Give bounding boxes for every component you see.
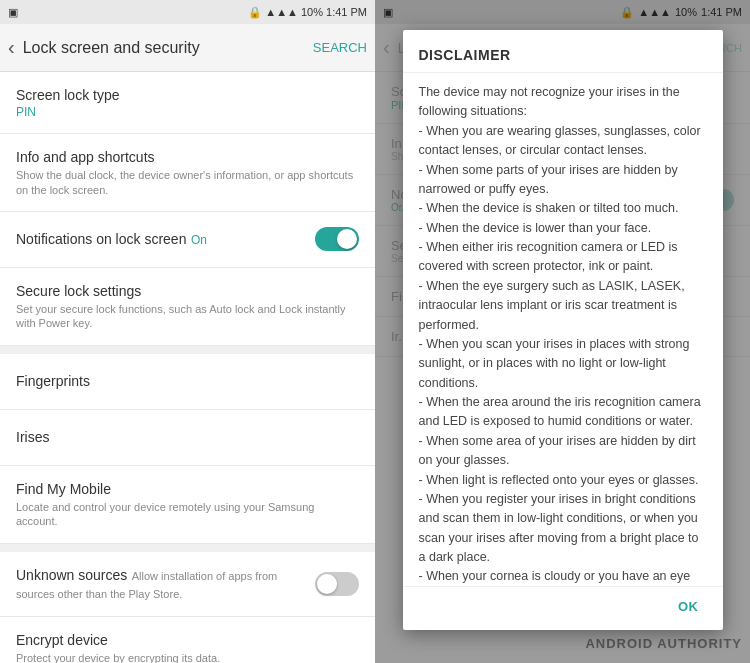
disclaimer-dialog: DISCLAIMER The device may not recognize … — [403, 30, 723, 630]
secure-lock-title: Secure lock settings — [16, 282, 359, 300]
settings-item-encrypt-device[interactable]: Encrypt device Protect your device by en… — [0, 617, 375, 663]
dialog-footer: OK — [403, 586, 723, 630]
settings-item-unknown-sources[interactable]: Unknown sources Allow installation of ap… — [0, 552, 375, 617]
notifications-value: On — [191, 233, 207, 247]
dialog-header: DISCLAIMER — [403, 30, 723, 73]
toggle-knob-2 — [317, 574, 337, 594]
signal-icon: ▲▲▲ — [265, 6, 298, 18]
unknown-sources-title: Unknown sources — [16, 567, 127, 583]
left-panel: ▣ 🔒 ▲▲▲ 10% 1:41 PM ‹ Lock screen and se… — [0, 0, 375, 663]
info-app-shortcuts-subtitle: Show the dual clock, the device owner's … — [16, 168, 359, 197]
settings-item-fingerprints[interactable]: Fingerprints — [0, 354, 375, 410]
settings-item-screen-lock-type[interactable]: Screen lock type PIN — [0, 72, 375, 134]
dialog-title: DISCLAIMER — [419, 47, 511, 63]
secure-lock-subtitle: Set your secure lock functions, such as … — [16, 302, 359, 331]
dialog-text: The device may not recognize your irises… — [419, 83, 707, 586]
sim-icon: ▣ — [8, 6, 18, 19]
fingerprints-title: Fingerprints — [16, 372, 359, 390]
watermark: ANDROID AUTHORITY — [585, 636, 742, 651]
page-title: Lock screen and security — [23, 39, 313, 57]
info-app-shortcuts-title: Info and app shortcuts — [16, 148, 359, 166]
dialog-overlay: DISCLAIMER The device may not recognize … — [375, 0, 750, 663]
time-text: 1:41 PM — [326, 6, 367, 18]
settings-item-info-app-shortcuts[interactable]: Info and app shortcuts Show the dual clo… — [0, 134, 375, 212]
settings-item-irises[interactable]: Irises — [0, 410, 375, 466]
divider-1 — [0, 346, 375, 354]
search-button[interactable]: SEARCH — [313, 40, 367, 55]
unknown-sources-toggle[interactable] — [315, 572, 359, 596]
right-panel: ▣ 🔒 ▲▲▲ 10% 1:41 PM ‹ Lock screen and se… — [375, 0, 750, 663]
find-my-mobile-subtitle: Locate and control your device remotely … — [16, 500, 359, 529]
battery-text: 10% — [301, 6, 323, 18]
divider-2 — [0, 544, 375, 552]
back-button[interactable]: ‹ — [8, 36, 15, 59]
status-bar-right-icons: 🔒 ▲▲▲ 10% 1:41 PM — [248, 6, 367, 19]
notifications-toggle[interactable] — [315, 227, 359, 251]
settings-list: Screen lock type PIN Info and app shortc… — [0, 72, 375, 663]
find-my-mobile-title: Find My Mobile — [16, 480, 359, 498]
dialog-body[interactable]: The device may not recognize your irises… — [403, 73, 723, 586]
security-icon: 🔒 — [248, 6, 262, 19]
encrypt-device-title: Encrypt device — [16, 631, 359, 649]
screen-lock-type-title: Screen lock type — [16, 86, 359, 104]
settings-item-secure-lock[interactable]: Secure lock settings Set your secure loc… — [0, 268, 375, 346]
status-bar-left: ▣ 🔒 ▲▲▲ 10% 1:41 PM — [0, 0, 375, 24]
settings-item-find-my-mobile[interactable]: Find My Mobile Locate and control your d… — [0, 466, 375, 544]
ok-button[interactable]: OK — [670, 595, 707, 618]
notifications-content: Notifications on lock screen On — [16, 230, 315, 248]
settings-item-notifications[interactable]: Notifications on lock screen On — [0, 212, 375, 268]
encrypt-device-subtitle: Protect your device by encrypting its da… — [16, 651, 359, 663]
toggle-knob — [337, 229, 357, 249]
screen-lock-type-value: PIN — [16, 105, 359, 119]
status-bar-left-icons: ▣ — [8, 6, 18, 19]
irises-title: Irises — [16, 428, 359, 446]
app-bar: ‹ Lock screen and security SEARCH — [0, 24, 375, 72]
notifications-title: Notifications on lock screen — [16, 231, 186, 247]
unknown-sources-content: Unknown sources Allow installation of ap… — [16, 566, 315, 602]
